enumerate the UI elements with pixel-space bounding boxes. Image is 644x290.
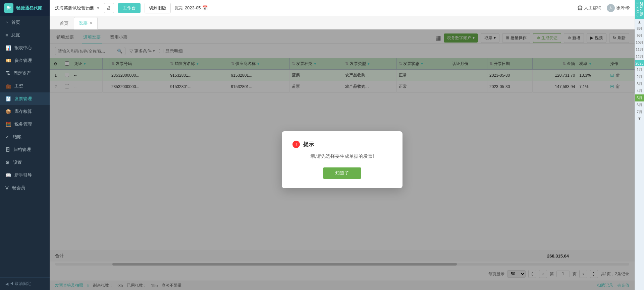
settings-icon: ⚙: [5, 160, 10, 165]
member-icon: Ⅴ: [5, 185, 9, 191]
sidebar-item-member[interactable]: Ⅴ 畅会员: [0, 182, 50, 194]
month-7[interactable]: 7月: [635, 108, 644, 116]
sidebar-item-capital[interactable]: 💴 资金管理: [0, 54, 50, 67]
period-up-arrow[interactable]: ▲: [635, 19, 644, 25]
unpin-label[interactable]: ◀ 取消固定: [10, 281, 31, 287]
month-3[interactable]: 3月: [635, 80, 644, 87]
ledger-icon: ≡: [5, 32, 8, 38]
tab-invoice[interactable]: 发票 ✕: [74, 17, 98, 29]
company-selector[interactable]: 沈海英测试经营勿删 ▼: [55, 5, 100, 11]
archive-icon: 🗄: [5, 147, 10, 152]
logo-text: 畅捷通易代账: [16, 5, 42, 11]
workspace-button[interactable]: 工作台: [118, 3, 141, 13]
period-selector-label[interactable]: 2023.05 2023.05: [635, 0, 644, 19]
sidebar-item-salary[interactable]: 💼 工资: [0, 80, 50, 92]
headset-icon: 🎧: [577, 5, 583, 10]
month-10[interactable]: 10月: [635, 39, 644, 46]
close-window-button[interactable]: ✕: [614, 3, 623, 13]
month-1[interactable]: 1月: [635, 66, 644, 73]
invoice-icon: 🧾: [5, 96, 11, 101]
tax-icon: 🧮: [5, 122, 11, 127]
company-name: 沈海英测试经营勿删: [55, 5, 94, 11]
inventory-icon: 📦: [5, 109, 11, 114]
topbar: 沈海英测试经营勿删 ▼ 🖨 工作台 切到旧版 账期 2023-05 📅 🎧 人工…: [50, 0, 635, 16]
sidebar-item-guide[interactable]: 📖 新手引导: [0, 169, 50, 182]
sidebar-item-assets[interactable]: 🏗 固定资产: [0, 67, 50, 80]
guide-icon: 📖: [5, 172, 11, 178]
sidebar-item-inventory[interactable]: 📦 库存核算: [0, 105, 50, 118]
page-content: 销项发票 进项发票 费用小票 ▦ 税务数字账户 ▾ 取票: [50, 29, 635, 290]
sidebar-item-ledger[interactable]: ≡ 总账: [0, 29, 50, 42]
modal-body: 亲,请先选择要生成单据的发票!: [292, 153, 392, 159]
month-11[interactable]: 11月: [635, 46, 644, 53]
unpin-icon: ◀: [5, 282, 8, 286]
sidebar-item-tax[interactable]: 🧮 税务管理: [0, 118, 50, 131]
window-controls: ✕ ⤢: [614, 0, 633, 16]
sidebar-item-archive[interactable]: 🗄 归档管理: [0, 143, 50, 156]
support-button[interactable]: 🎧 人工咨询: [577, 5, 601, 11]
logo-icon: 账: [4, 3, 13, 13]
modal-box: ! 提示 亲,请先选择要生成单据的发票! 知道了: [282, 131, 402, 188]
month-8[interactable]: 8月: [635, 25, 644, 32]
tab-home[interactable]: 首页: [55, 18, 73, 29]
sidebar-item-invoice[interactable]: 🧾 发票管理: [0, 92, 50, 105]
modal-title-text: 提示: [303, 141, 314, 148]
assets-icon: 🏗: [5, 71, 10, 76]
sidebar-logo[interactable]: 账 畅捷通易代账: [0, 0, 50, 16]
sidebar-item-settlement[interactable]: ✓ 结账: [0, 131, 50, 143]
maximize-window-button[interactable]: ⤢: [624, 3, 633, 13]
printer-icon-btn[interactable]: 🖨: [104, 3, 114, 13]
month-6[interactable]: 6月: [635, 101, 644, 108]
settlement-icon: ✓: [5, 134, 9, 140]
chevron-down-icon: ▼: [96, 6, 100, 10]
warning-icon: !: [292, 141, 300, 148]
tabs-row: 首页 发票 ✕: [50, 16, 635, 29]
modal-overlay[interactable]: ! 提示 亲,请先选择要生成单据的发票! 知道了: [50, 29, 635, 290]
sidebar-item-settings[interactable]: ⚙ 设置: [0, 156, 50, 169]
sidebar-item-home[interactable]: ⌂ 首页: [0, 16, 50, 29]
year-2023[interactable]: 2023: [635, 60, 644, 66]
month-5-current[interactable]: 5月: [635, 94, 644, 101]
month-12[interactable]: 12月: [635, 53, 644, 60]
capital-icon: 💴: [5, 58, 11, 63]
switch-version-button[interactable]: 切到旧版: [145, 3, 171, 13]
modal-title-row: ! 提示: [292, 141, 392, 148]
modal-footer: 知道了: [292, 167, 392, 179]
month-4[interactable]: 4月: [635, 87, 644, 94]
month-9[interactable]: 9月: [635, 32, 644, 39]
period-label: 账期 2023-05 📅: [175, 5, 208, 11]
modal-ok-button[interactable]: 知道了: [323, 167, 361, 179]
month-2[interactable]: 2月: [635, 73, 644, 80]
reports-icon: 📊: [5, 45, 11, 51]
home-icon: ⌂: [5, 20, 8, 25]
calendar-icon[interactable]: 📅: [202, 5, 208, 10]
period-down-arrow[interactable]: ▼: [635, 116, 644, 122]
sidebar: 账 畅捷通易代账 ⌂ 首页 ≡ 总账 📊 报表中心 💴 资金管理 🏗 固定资产 …: [0, 0, 50, 290]
sidebar-item-reports[interactable]: 📊 报表中心: [0, 42, 50, 54]
right-period-panel: 2023.05 2023.05 ▲ 8月 9月 10月 11月 12月 2023…: [635, 0, 644, 290]
salary-icon: 💼: [5, 83, 11, 89]
tab-close-icon[interactable]: ✕: [90, 21, 93, 25]
